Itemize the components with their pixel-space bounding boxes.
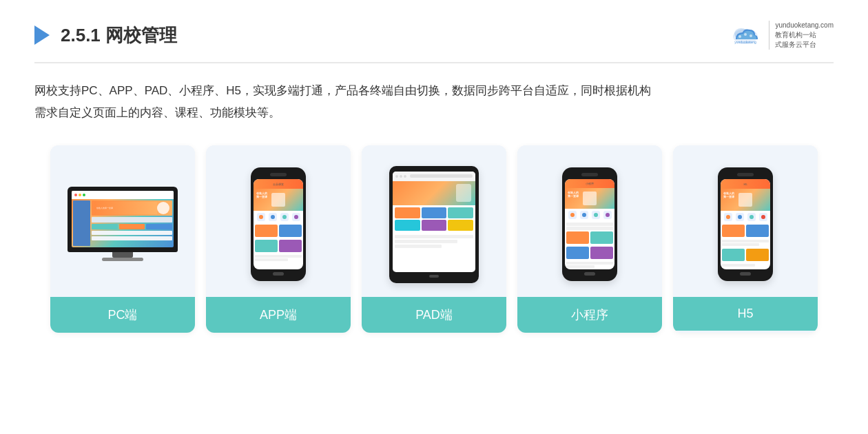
pad-tablet-icon: 创造人的第一堂课	[389, 166, 479, 283]
card-pad: 创造人的第一堂课	[362, 145, 506, 333]
miniapp-phone-icon: 小程序 创造人的第一堂课	[562, 167, 617, 281]
page-container: 2.5.1 网校管理 yunduoketang	[0, 0, 868, 434]
card-pad-image: 创造人的第一堂课	[362, 145, 506, 297]
cards-container: 创造人的第一堂课	[34, 145, 834, 333]
h5-phone-icon: H5 创造人的第一堂课	[718, 167, 773, 281]
